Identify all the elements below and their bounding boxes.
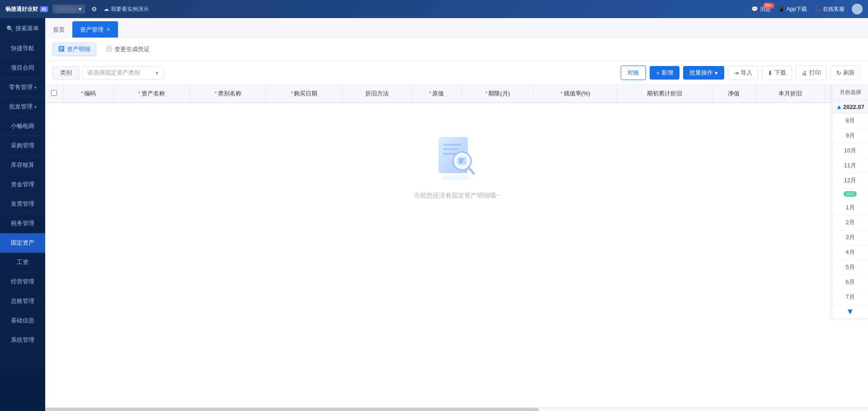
- content-area: 首页 资产管理 ✕: [45, 18, 868, 411]
- sidebar-item-label: 工资: [17, 258, 28, 266]
- empty-state: 当前您还没有固定资产明细哦~: [45, 103, 868, 227]
- cloud-icon: ☁: [104, 6, 109, 12]
- sidebar-item-retail[interactable]: 零售管理 ▾: [0, 78, 45, 97]
- sub-tab-detail[interactable]: 资产明细: [52, 43, 96, 56]
- col-name: *资产名称: [113, 85, 190, 103]
- down-nav-icon[interactable]: ▼: [846, 307, 854, 316]
- empty-text: 当前您还没有固定资产明细哦~: [414, 192, 500, 200]
- month-panel-title: 月份选择: [832, 85, 868, 100]
- close-icon[interactable]: ✕: [106, 27, 110, 33]
- table-header: *编码 *资产名称 *类别名称 *购买日期: [45, 85, 868, 103]
- sidebar-item-system[interactable]: 系统管理: [0, 331, 45, 350]
- settings-button[interactable]: ⚙: [90, 4, 99, 14]
- month-item-1[interactable]: 1月: [832, 200, 868, 215]
- add-label: 新增: [661, 69, 673, 77]
- user-avatar[interactable]: [852, 4, 863, 14]
- search-icon: 🔍: [6, 25, 14, 32]
- sub-tab-voucher-label: 变更生成凭证: [114, 45, 150, 53]
- month-label: 8月: [845, 117, 854, 125]
- sidebar-item-tax[interactable]: 税务管理: [0, 214, 45, 233]
- sidebar-item-ledger[interactable]: 总账管理: [0, 292, 45, 311]
- download-label: 下载: [774, 69, 786, 77]
- batch-ops-button[interactable]: 批量操作 ▾: [683, 66, 724, 80]
- sidebar-item-invoice[interactable]: 发票管理: [0, 194, 45, 214]
- month-item-year-2023: 2023: [832, 188, 868, 200]
- month-item-2[interactable]: 2月: [832, 215, 868, 230]
- assets-table: *编码 *资产名称 *类别名称 *购买日期: [45, 85, 868, 103]
- voucher-icon: [106, 46, 112, 53]
- top-right-actions: 💬 消息 99+ 📱 App下载 🎧 在线客服: [751, 4, 863, 14]
- import-button[interactable]: ⇥ 导入: [728, 66, 758, 80]
- sub-tab-voucher[interactable]: 变更生成凭证: [100, 43, 156, 56]
- chevron-down-icon: ▾: [715, 70, 718, 76]
- action-bar: 类别 请选择固定资产类别 ▾ 对账 + 新增 批量操作 ▾: [45, 61, 868, 85]
- month-label: 1月: [845, 203, 854, 212]
- sub-tab-bar: 资产明细 变更生成凭证: [45, 38, 868, 61]
- sidebar-item-label: 项目合同: [11, 64, 34, 72]
- online-service-button[interactable]: 🎧 在线客服: [814, 5, 844, 13]
- table-container: *编码 *资产名称 *类别名称 *购买日期: [45, 85, 868, 407]
- category-select[interactable]: 请选择固定资产类别 ▾: [82, 66, 164, 80]
- month-item-4[interactable]: 4月: [832, 245, 868, 260]
- top-bar: 畅捷通好业财 Ai ●●●●●● ▾ ⚙ ☁ 我要看实例演示 💬 消息 99+ …: [0, 0, 868, 18]
- month-item-5[interactable]: 5月: [832, 260, 868, 275]
- reconcile-button[interactable]: 对账: [621, 66, 646, 80]
- demo-link[interactable]: ☁ 我要看实例演示: [104, 5, 149, 13]
- col-checkbox: [45, 85, 63, 103]
- month-label: 6月: [845, 278, 854, 286]
- month-item-6[interactable]: 6月: [832, 275, 868, 290]
- month-item-10[interactable]: 10月: [832, 143, 868, 158]
- sidebar-item-purchase[interactable]: 采购管理: [0, 136, 45, 156]
- month-item-11[interactable]: 11月: [832, 158, 868, 173]
- print-button[interactable]: 🖨 打印: [796, 66, 827, 80]
- scroll-thumb[interactable]: [45, 408, 539, 411]
- sidebar-item-quick-nav[interactable]: 快捷导航: [0, 39, 45, 58]
- tab-home-label: 首页: [53, 26, 65, 34]
- select-all-checkbox[interactable]: [51, 90, 57, 96]
- sidebar-item-label: 总账管理: [11, 297, 34, 305]
- batch-ops-label: 批量操作: [689, 69, 713, 77]
- month-item-8[interactable]: 8月: [832, 113, 868, 128]
- sidebar-item-wholesale[interactable]: 批发管理 ▾: [0, 97, 45, 117]
- message-button[interactable]: 💬 消息 99+: [751, 5, 771, 13]
- app-download-button[interactable]: 📱 App下载: [778, 5, 807, 13]
- col-original-value: *原值: [411, 85, 462, 103]
- download-button[interactable]: ⬇ 下载: [762, 66, 792, 80]
- add-button[interactable]: + 新增: [650, 66, 679, 80]
- sidebar-item-search[interactable]: 🔍 搜索菜单: [0, 18, 45, 39]
- up-nav-icon[interactable]: ▲: [836, 103, 842, 110]
- company-selector[interactable]: ●●●●●● ▾: [52, 5, 85, 14]
- month-item-3[interactable]: 3月: [832, 230, 868, 245]
- print-icon: 🖨: [802, 70, 807, 76]
- month-panel: 月份选择 ▲ 2022.07 8月 9月 10月: [832, 85, 868, 319]
- sidebar-item-label: 系统管理: [11, 336, 34, 344]
- sidebar-item-project[interactable]: 项目合同: [0, 58, 45, 78]
- sidebar-item-ecommerce[interactable]: 小畅电商: [0, 117, 45, 136]
- sidebar-item-payroll[interactable]: 工资: [0, 253, 45, 272]
- tab-bar: 首页 资产管理 ✕: [45, 18, 868, 38]
- tab-home[interactable]: 首页: [45, 21, 72, 38]
- message-badge: 99+: [763, 3, 774, 9]
- sidebar-item-basic[interactable]: 基础信息: [0, 311, 45, 331]
- sidebar-item-inventory[interactable]: 库存核算: [0, 156, 45, 175]
- sidebar-item-assets[interactable]: 固定资产: [0, 233, 45, 253]
- tab-assets[interactable]: 资产管理 ✕: [72, 21, 118, 38]
- month-panel-bottom: ▼: [832, 305, 868, 318]
- sidebar-item-finance[interactable]: 资金管理: [0, 175, 45, 194]
- svg-line-16: [468, 167, 474, 174]
- month-item-12[interactable]: 12月: [832, 173, 868, 188]
- main-layout: 🔍 搜索菜单 快捷导航 项目合同 零售管理 ▾ 批发管理 ▾ 小畅电商 采购管理…: [0, 18, 868, 411]
- sidebar: 🔍 搜索菜单 快捷导航 项目合同 零售管理 ▾ 批发管理 ▾ 小畅电商 采购管理…: [0, 18, 45, 411]
- sidebar-item-operations[interactable]: 经营管理: [0, 272, 45, 292]
- sidebar-item-label: 采购管理: [11, 142, 34, 150]
- month-item-9[interactable]: 9月: [832, 128, 868, 143]
- refresh-label: 刷新: [843, 69, 855, 77]
- refresh-button[interactable]: ↻ 刷新: [830, 66, 861, 80]
- bottom-scrollbar[interactable]: [45, 407, 868, 411]
- month-item-7[interactable]: 7月: [832, 290, 868, 305]
- month-label: 11月: [844, 161, 856, 170]
- sidebar-item-label: 资金管理: [11, 180, 34, 189]
- col-residual-rate: *残值率(%): [533, 85, 617, 103]
- download-icon: ⬇: [768, 70, 773, 76]
- year-display: 2022.07: [843, 104, 864, 110]
